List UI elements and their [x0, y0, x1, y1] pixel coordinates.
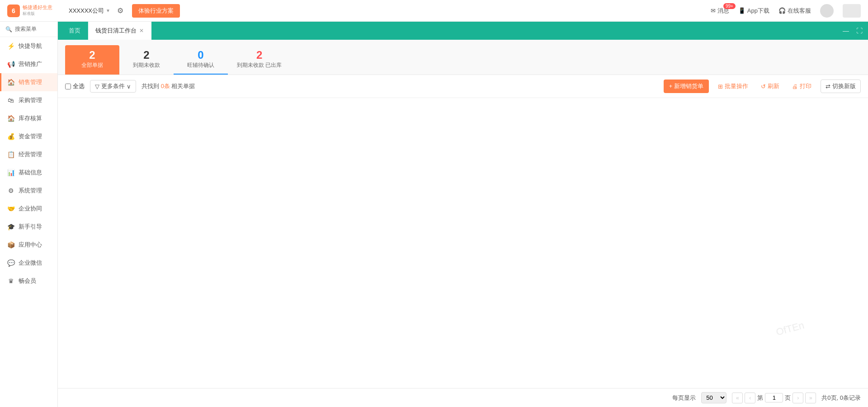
- sidebar-label-cooperation: 企业协同: [19, 205, 42, 213]
- select-all-checkbox[interactable]: [65, 84, 71, 89]
- header-right: ✉ 消息 99+ 📱 App下载 🎧 在线客服: [711, 4, 861, 18]
- batch-icon: ⊞: [718, 83, 723, 90]
- sidebar-label-purchase: 采购管理: [19, 96, 42, 104]
- sidebar-label-inventory: 库存核算: [19, 114, 42, 122]
- sidebar-item-member[interactable]: ♛畅会员: [0, 272, 57, 290]
- page-input[interactable]: [765, 393, 783, 402]
- select-all-text: 全选: [73, 82, 85, 90]
- page-end-label: 页: [785, 394, 791, 402]
- sidebar-item-cooperation[interactable]: 🤝企业协同: [0, 200, 57, 218]
- summary-tab-label-3: 到期未收款 已出库: [237, 61, 282, 69]
- toolbar: 全选 ▽ 更多条件 ∨ 共找到 0条 相关单据 + 新增销货单 ⊞ 批量操作: [58, 75, 868, 98]
- nav-tab-label-1: 钱货日清工作台: [95, 27, 137, 35]
- add-sale-order-btn[interactable]: + 新增销货单: [664, 80, 709, 93]
- summary-tab-label-0: 全部单据: [74, 61, 110, 69]
- settings-icon[interactable]: ⚙: [114, 5, 127, 17]
- found-count: 0条: [161, 83, 170, 89]
- more-filter-btn[interactable]: ▽ 更多条件 ∨: [90, 80, 136, 93]
- search-menu-btn[interactable]: 🔍 搜索菜单: [0, 22, 57, 37]
- sidebar-icon-purchase: 🛍: [7, 96, 15, 104]
- header: 6 畅捷通好生意 标准版 XXXXXX公司 ▼ ⚙ 体验行业方案 ✉ 消息 99…: [0, 0, 868, 22]
- chevron-down-icon: ∨: [127, 83, 131, 90]
- app-logo: 6 畅捷通好生意 标准版: [7, 5, 65, 17]
- sidebar-icon-wechat: 💬: [7, 259, 15, 267]
- main-content: 2全部单据2到期未收款0旺辅待确认2到期未收款 已出库 全选 ▽ 更多条件 ∨ …: [58, 40, 868, 407]
- experience-btn[interactable]: 体验行业方案: [132, 4, 180, 18]
- app-download-btn[interactable]: 📱 App下载: [738, 7, 769, 15]
- sidebar-label-guide: 新手引导: [19, 223, 42, 231]
- prev-page-btn[interactable]: ‹: [745, 393, 755, 403]
- sidebar-item-basic-info[interactable]: 📊基础信息: [0, 164, 57, 182]
- sidebar-icon-quick-nav: ⚡: [7, 42, 15, 50]
- sidebar-item-sales[interactable]: 🏠销售管理: [0, 73, 57, 91]
- page-size-select[interactable]: 50 20 100: [701, 392, 726, 403]
- close-tab-1-btn[interactable]: ✕: [139, 28, 144, 34]
- summary-tab-number-0: 2: [74, 49, 110, 61]
- toolbar-left: 全选 ▽ 更多条件 ∨ 共找到 0条 相关单据: [65, 80, 658, 93]
- sidebar-item-system[interactable]: ⚙系统管理: [0, 182, 57, 200]
- sidebar-item-marketing[interactable]: 📢营销推广: [0, 55, 57, 73]
- nav-tabs: 首页钱货日清工作台✕ — ⛶: [58, 22, 868, 40]
- total-records: 共0页, 0条记录: [821, 394, 861, 402]
- tab-actions: — ⛶: [841, 25, 864, 36]
- sidebar-label-member: 畅会员: [19, 277, 36, 285]
- page-size-label: 每页显示: [672, 394, 696, 402]
- summary-tab-number-2: 0: [183, 49, 219, 61]
- sidebar-label-sales: 销售管理: [19, 78, 42, 86]
- first-page-btn[interactable]: «: [732, 393, 743, 403]
- sidebar-item-finance[interactable]: 💰资金管理: [0, 127, 57, 145]
- company-selector[interactable]: XXXXXX公司 ▼: [69, 7, 110, 15]
- sidebar-item-wechat[interactable]: 💬企业微信: [0, 254, 57, 272]
- filter-icon: ▽: [95, 83, 99, 90]
- switch-icon: ⇄: [826, 83, 830, 90]
- nav-tab-1[interactable]: 钱货日清工作台✕: [88, 22, 151, 40]
- logo-icon: 6: [7, 5, 20, 17]
- company-name: XXXXXX公司: [69, 7, 104, 15]
- message-badge: 99+: [723, 3, 736, 9]
- app-version: 标准版: [23, 11, 52, 17]
- toolbar-right: + 新增销货单 ⊞ 批量操作 ↺ 刷新 🖨 打印 ⇄ 切换新版: [664, 80, 861, 93]
- refresh-icon: ↺: [761, 83, 766, 90]
- sidebar-label-finance: 资金管理: [19, 132, 42, 140]
- next-page-btn[interactable]: ›: [793, 393, 803, 403]
- sidebar-label-marketing: 营销推广: [19, 60, 42, 68]
- sidebar-item-purchase[interactable]: 🛍采购管理: [0, 91, 57, 109]
- content-panel: 2全部单据2到期未收款0旺辅待确认2到期未收款 已出库 全选 ▽ 更多条件 ∨ …: [58, 40, 868, 407]
- search-icon: 🔍: [5, 26, 12, 33]
- sidebar-item-inventory[interactable]: 🏠库存核算: [0, 109, 57, 127]
- table-area: [58, 98, 868, 388]
- minimize-icon[interactable]: —: [841, 25, 851, 36]
- nav-tab-label-0: 首页: [69, 27, 80, 35]
- switch-version-btn[interactable]: ⇄ 切换新版: [821, 80, 861, 93]
- sidebar-item-quick-nav[interactable]: ⚡快捷导航: [0, 37, 57, 55]
- summary-tab-0[interactable]: 2全部单据: [65, 45, 119, 75]
- print-btn[interactable]: 🖨 打印: [788, 80, 815, 92]
- maximize-icon[interactable]: ⛶: [854, 25, 864, 36]
- last-page-btn[interactable]: »: [805, 393, 816, 403]
- sidebar-icon-sales: 🏠: [7, 78, 15, 86]
- summary-tab-3[interactable]: 2到期未收款 已出库: [228, 45, 291, 75]
- sidebar-item-app-center[interactable]: 📦应用中心: [0, 236, 57, 254]
- summary-tab-1[interactable]: 2到期未收款: [119, 45, 174, 75]
- sidebar-icon-marketing: 📢: [7, 60, 15, 68]
- app-download-label: App下载: [747, 7, 769, 15]
- sidebar-label-wechat: 企业微信: [19, 259, 42, 267]
- select-all-label[interactable]: 全选: [65, 82, 85, 90]
- sidebar-icon-finance: 💰: [7, 132, 15, 140]
- sidebar-label-system: 系统管理: [19, 187, 42, 195]
- sidebar-label-basic-info: 基础信息: [19, 168, 42, 177]
- nav-tab-0[interactable]: 首页: [61, 22, 88, 40]
- footer: 每页显示 50 20 100 « ‹ 第 页 › » 共0页, 0条记录: [58, 388, 868, 407]
- summary-tab-2[interactable]: 0旺辅待确认: [174, 45, 228, 75]
- user-info[interactable]: [843, 4, 861, 18]
- avatar[interactable]: [820, 4, 834, 18]
- sidebar-item-guide[interactable]: 🎓新手引导: [0, 218, 57, 236]
- message-btn[interactable]: ✉ 消息 99+: [711, 7, 729, 15]
- batch-operation-btn[interactable]: ⊞ 批量操作: [714, 80, 752, 92]
- sidebar-item-operations[interactable]: 📋经营管理: [0, 145, 57, 164]
- refresh-btn[interactable]: ↺ 刷新: [757, 80, 783, 92]
- message-icon: ✉: [711, 7, 716, 14]
- sidebar-icon-operations: 📋: [7, 150, 15, 159]
- online-service-btn[interactable]: 🎧 在线客服: [778, 7, 811, 15]
- sidebar: 🔍 搜索菜单 ⚡快捷导航📢营销推广🏠销售管理🛍采购管理🏠库存核算💰资金管理📋经营…: [0, 0, 58, 407]
